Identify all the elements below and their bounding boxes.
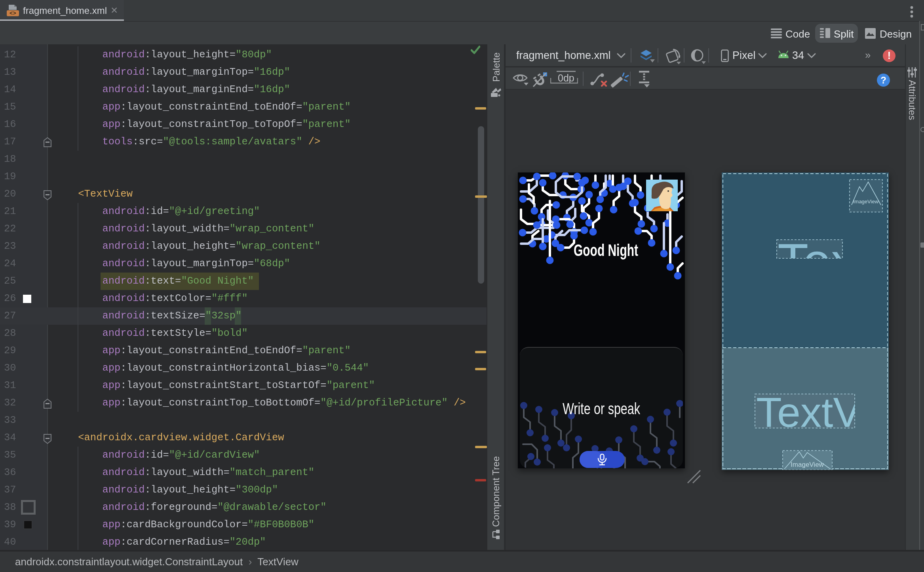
svg-text:ImageView: ImageView [853, 199, 879, 205]
svg-text:ImageView: ImageView [791, 461, 824, 468]
svg-text:<>: <> [10, 10, 16, 17]
svg-text:Tex: Tex [778, 233, 856, 290]
svg-text:Write or speak: Write or speak [563, 400, 640, 418]
svg-text:Good Night: Good Night [574, 241, 638, 259]
